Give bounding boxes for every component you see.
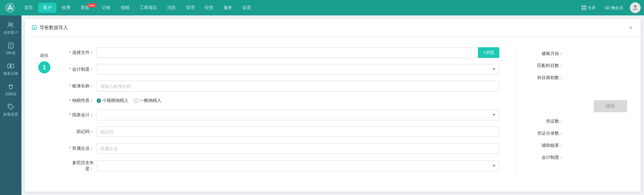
file-row: * 选择文件： +浏览 [67,47,499,58]
dialog: 导爸数据导入 × 建账 1 * 选择文件 [25,19,641,192]
history-year-label: 参照历史年度： [67,160,94,172]
dialog-body: 建账 1 * 选择文件： +浏览 [25,37,641,188]
main-layout: 全部客户 0申报 账套迁移 回收站 [0,15,644,195]
file-input[interactable] [97,47,478,58]
svg-point-6 [634,5,637,8]
nav-settings[interactable]: 设置 [238,3,256,13]
match-subjects-label: 匹配科目数： [533,63,563,69]
ledger-name-input[interactable] [97,81,499,91]
step-label: 建账 [40,53,49,59]
accounting-system-row: * 会计制度： [67,64,499,75]
dialog-header: 导爸数据导入 × [25,19,641,37]
auxiliary-row: 辅助核算： [533,142,627,148]
tax-type-label: * 纳税性质： [67,97,94,104]
sidebar-item-label: 账套迁移 [3,71,18,76]
nav-home[interactable]: 首页 [19,3,38,13]
nav-bookkeeping[interactable]: 记账 [97,3,115,13]
nav-operations[interactable]: 经营 [200,3,218,13]
accounting-system-label: * 会计制度： [67,66,94,72]
ledger-name-row: * 账簿名称： [67,81,499,91]
company-row: * 所属企业： [67,143,499,154]
svg-point-7 [9,23,11,25]
dialog-title-text: 导爸数据导入 [40,25,68,31]
sidebar-item-migrate[interactable]: 账套迁移 [1,60,20,79]
svg-rect-11 [11,64,14,68]
nav-tax[interactable]: 报税 [116,3,134,13]
step-indicator: 建账 1 [38,49,50,73]
sidebar-item-label: 全部客户 [3,30,18,35]
fullscreen-button[interactable]: 全屏 [579,4,598,12]
member-label: 畅会员 [611,5,623,11]
memo-label: 助记码： [67,129,94,135]
app-logo [3,1,17,14]
nav-business-projects[interactable]: 工商项目 [135,3,162,13]
nav-services[interactable]: 服务 [219,3,237,13]
sidebar-item-all-customers[interactable]: 全部客户 [1,19,20,38]
nav-management[interactable]: 管理 [181,3,199,13]
voucher-row: 凭证数： [533,118,627,124]
file-label: * 选择文件： [67,50,94,56]
tax-general-radio[interactable]: 一般纳税人 [134,97,161,104]
step-circle: 1 [38,61,50,73]
fullscreen-label: 全屏 [588,5,596,11]
svg-rect-4 [585,8,586,10]
memo-row: 助记码： [67,126,499,137]
accountant-label: * 指派会计： [67,112,94,118]
voucher-entries-label: 凭证分录数： [533,130,563,136]
create-button-wrapper: 建账 [533,87,627,112]
accountant-select[interactable] [97,110,499,120]
svg-point-8 [11,23,13,25]
auxiliary-label: 辅助核算： [533,142,563,148]
match-subjects-row: 匹配科目数： [533,63,627,69]
tax-type-radios: 小规模纳税人 一般纳税人 [97,97,499,104]
sidebar-item-zero-declaration[interactable]: 0申报 [1,39,20,58]
svg-point-12 [9,105,10,106]
dialog-title: 导爸数据导入 [32,25,68,31]
tax-small-radio[interactable]: 小规模纳税人 [97,97,129,104]
memo-input[interactable] [97,126,499,137]
voucher-entries-row: 凭证分录数： [533,130,627,136]
sidebar-item-label: 标签设置 [3,112,18,117]
create-button[interactable]: 建账 [594,100,627,112]
form-section: * 选择文件： +浏览 * 会计制度： [67,47,499,178]
history-year-select[interactable] [97,160,499,171]
user-avatar[interactable] [630,2,641,13]
sidebar-item-label: 0申报 [6,51,15,56]
accountant-row: * 指派会计： [67,110,499,120]
info-section: 建账月份： 匹配科目数： 科目期初数： 建账 [533,47,627,178]
top-navigation: 首页 客户 收费 票据 new 记账 报税 工商项目 消息 管理 经营 服务 设… [0,0,644,15]
member-button[interactable]: 畅会员 [602,4,626,12]
month-label: 建账月份： [533,51,563,57]
company-label: * 所属企业： [67,145,94,151]
sidebar: 全部客户 0申报 账套迁移 回收站 [0,15,21,195]
sidebar-item-recycle[interactable]: 回收站 [1,80,20,99]
sidebar-item-tags[interactable]: 标签设置 [1,101,20,120]
company-input[interactable] [97,143,499,154]
sidebar-item-label: 回收站 [5,91,16,96]
svg-rect-2 [585,6,586,7]
accounting-system-info-row: 会计制度： [533,154,627,160]
nav-fees[interactable]: 收费 [57,3,75,13]
initial-amount-label: 科目期初数： [533,75,563,81]
voucher-label: 凭证数： [533,118,563,124]
new-badge: new [88,3,96,7]
initial-amount-row: 科目期初数： [533,75,627,81]
close-button[interactable]: × [628,23,634,32]
ledger-name-label: * 账簿名称： [67,83,94,89]
accounting-system-select[interactable] [97,64,499,75]
accounting-system-info-label: 会计制度： [533,154,563,160]
divider [516,47,516,178]
nav-invoices[interactable]: 票据 new [76,3,97,13]
history-year-row: 参照历史年度： [67,160,499,172]
svg-point-0 [5,3,15,12]
tax-type-row: * 纳税性质： 小规模纳税人 一般纳税人 [67,97,499,104]
import-icon [32,25,37,31]
step-area: 建账 1 [38,47,57,178]
svg-rect-9 [8,43,13,48]
nav-messages[interactable]: 消息 [162,3,181,13]
content-area: 导爸数据导入 × 建账 1 * 选择文件 [21,15,644,195]
svg-rect-10 [8,64,10,68]
nav-customers[interactable]: 客户 [38,3,56,13]
nav-items: 首页 客户 收费 票据 new 记账 报税 工商项目 消息 管理 经营 服务 设… [19,3,579,13]
browse-button[interactable]: +浏览 [478,47,499,58]
